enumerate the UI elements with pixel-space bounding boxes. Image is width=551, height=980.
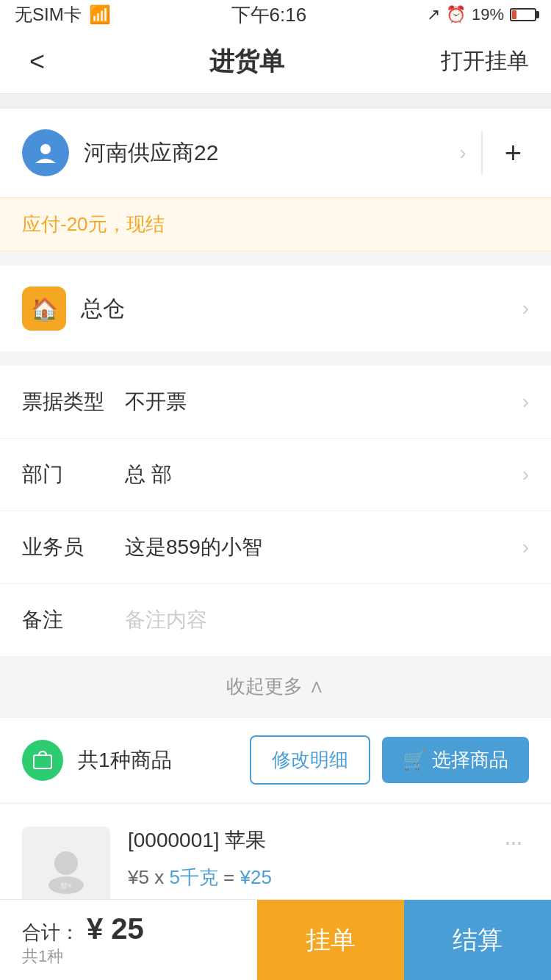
battery-icon — [510, 8, 536, 21]
location-icon: ↗ — [427, 5, 440, 24]
warehouse-chevron-icon: › — [522, 297, 529, 320]
supplier-row: 河南供应商22 › + — [0, 109, 551, 198]
department-chevron-icon: › — [522, 463, 529, 486]
salesperson-row[interactable]: 业务员 这是859的小智 › — [0, 511, 551, 584]
salesperson-value: 这是859的小智 — [125, 533, 515, 561]
supplier-divider — [481, 131, 483, 175]
product-qty[interactable]: 5千克 — [169, 866, 217, 888]
svg-text:智+: 智+ — [60, 882, 72, 890]
section-gap-1 — [0, 94, 551, 109]
product-unit-price: ¥5 — [128, 866, 149, 888]
salesperson-chevron-icon: › — [522, 536, 529, 559]
alarm-icon: ⏰ — [446, 5, 466, 24]
add-button[interactable]: + — [497, 137, 529, 170]
edit-detail-button[interactable]: 修改明细 — [250, 735, 370, 785]
total-label: 合计： ¥ 25 — [22, 912, 235, 945]
svg-point-0 — [40, 144, 51, 154]
total-section: 合计： ¥ 25 共1种 — [0, 912, 257, 968]
total-sub: 共1种 — [22, 945, 235, 968]
status-right: ↗ ⏰ 19% — [427, 5, 536, 24]
warehouse-name: 总仓 — [81, 294, 515, 324]
warehouse-row[interactable]: 🏠 总仓 › — [0, 266, 551, 351]
salesperson-label: 业务员 — [22, 533, 110, 561]
supplier-avatar — [22, 129, 69, 176]
note-placeholder[interactable]: 备注内容 — [125, 606, 529, 634]
checkout-button[interactable]: 结算 — [404, 900, 551, 981]
select-product-label: 选择商品 — [432, 747, 508, 773]
product-equals: = — [223, 866, 240, 888]
warehouse-section: 🏠 总仓 › — [0, 266, 551, 351]
supplier-name[interactable]: 河南供应商22 — [84, 138, 452, 168]
status-left: 无SIM卡 📶 — [15, 3, 111, 26]
form-section: 票据类型 不开票 › 部门 总 部 › 业务员 这是859的小智 › 备注 备注… — [0, 366, 551, 656]
battery-percent: 19% — [472, 5, 504, 24]
cart-icon: 🛒 — [403, 749, 426, 771]
department-label: 部门 — [22, 461, 110, 489]
nav-bar: < 进货单 打开挂单 — [0, 29, 551, 94]
status-bar: 无SIM卡 📶 下午6:16 ↗ ⏰ 19% — [0, 0, 551, 29]
product-price: ¥5 x 5千克 = ¥25 — [128, 865, 497, 890]
product-multiply: x — [154, 866, 169, 888]
supplier-notice: 应付-20元，现结 — [0, 198, 551, 251]
invoice-row[interactable]: 票据类型 不开票 › — [0, 366, 551, 439]
bottom-bar: 合计： ¥ 25 共1种 挂单 结算 — [0, 899, 551, 980]
hang-button[interactable]: 挂单 — [257, 900, 404, 981]
department-row[interactable]: 部门 总 部 › — [0, 439, 551, 511]
products-icon — [22, 740, 63, 781]
svg-point-2 — [54, 851, 78, 875]
signal-text: 无SIM卡 — [15, 3, 82, 26]
product-code: [0000001] — [128, 829, 220, 851]
note-label: 备注 — [22, 606, 110, 634]
total-amount: ¥ 25 — [87, 912, 144, 945]
product-info: [0000001] 苹果 ¥5 x 5千克 = ¥25 — [128, 826, 497, 890]
svg-rect-1 — [34, 755, 51, 768]
products-count: 共1种商品 — [78, 746, 250, 774]
collapse-bar[interactable]: 收起更多 ∧ — [0, 656, 551, 717]
wifi-icon: 📶 — [89, 4, 111, 25]
supplier-section: 河南供应商22 › + 应付-20元，现结 — [0, 109, 551, 251]
department-value: 总 部 — [125, 461, 515, 489]
page-title: 进货单 — [209, 45, 284, 79]
product-name: [0000001] 苹果 — [128, 826, 497, 854]
product-title: 苹果 — [225, 829, 266, 851]
invoice-value: 不开票 — [125, 388, 515, 416]
select-product-button[interactable]: 🛒 选择商品 — [382, 737, 529, 783]
invoice-chevron-icon: › — [522, 390, 529, 414]
warehouse-icon: 🏠 — [22, 287, 66, 331]
product-total: ¥25 — [240, 866, 272, 888]
product-more-button[interactable]: ··· — [497, 826, 529, 857]
invoice-label: 票据类型 — [22, 388, 110, 416]
products-header: 共1种商品 修改明细 🛒 选择商品 — [0, 717, 551, 803]
total-text: 合计： — [22, 920, 79, 945]
back-button[interactable]: < — [22, 39, 52, 84]
status-time: 下午6:16 — [231, 2, 307, 28]
open-hang-button[interactable]: 打开挂单 — [441, 46, 529, 76]
note-row[interactable]: 备注 备注内容 — [0, 584, 551, 656]
supplier-chevron-icon: › — [459, 141, 466, 165]
